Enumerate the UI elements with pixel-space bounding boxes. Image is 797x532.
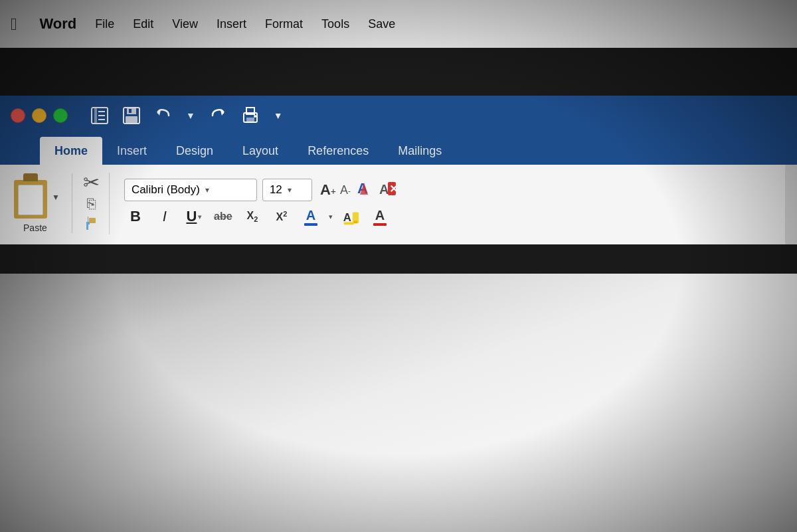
quick-access-dropdown-icon[interactable]: ▼: [271, 108, 286, 124]
apple-logo-icon[interactable]: : [11, 14, 17, 35]
toolbar-container: ▼ ▼: [0, 96, 797, 244]
increase-font-size-icon[interactable]: A+: [320, 181, 336, 199]
font-section: Calibri (Body) ▾ 12 ▾ A+ A-: [124, 179, 786, 228]
font-family-dropdown-arrow: ▾: [205, 185, 209, 195]
redo-icon[interactable]: [206, 104, 230, 128]
minimize-button[interactable]: [32, 108, 46, 123]
format-painter-icon[interactable]: [83, 215, 99, 234]
menu-item-view[interactable]: View: [163, 15, 207, 34]
paste-label: Paste: [23, 222, 47, 233]
scissors-icon[interactable]: ✂: [83, 173, 100, 193]
window-controls-row: ▼ ▼: [0, 96, 797, 135]
menu-item-edit[interactable]: Edit: [124, 15, 163, 34]
font-size-dropdown-arrow: ▾: [288, 185, 292, 195]
tab-home[interactable]: Home: [40, 137, 102, 165]
svg-rect-15: [89, 218, 96, 223]
decrease-font-size-icon[interactable]: A-: [340, 183, 351, 197]
notebook-icon[interactable]: [88, 104, 112, 128]
undo-dropdown-icon[interactable]: ▼: [183, 108, 198, 124]
menu-item-insert[interactable]: Insert: [207, 15, 256, 34]
bold-button[interactable]: B: [124, 205, 147, 228]
superscript-button[interactable]: X2: [270, 205, 293, 228]
ribbon-scrollbar[interactable]: [785, 165, 797, 244]
underline-dropdown-arrow[interactable]: ▾: [198, 213, 201, 221]
italic-button[interactable]: I: [153, 205, 176, 228]
text-color-a-icon: A: [375, 208, 385, 223]
copy-icon[interactable]: ⎘: [87, 195, 96, 213]
menu-item-save[interactable]: Save: [359, 15, 404, 34]
text-color-bar: [373, 223, 387, 226]
print-icon[interactable]: [238, 104, 263, 128]
ribbon-content: ▼ Paste ✂ ⎘: [0, 165, 797, 244]
maximize-button[interactable]: [53, 108, 68, 123]
tab-insert[interactable]: Insert: [102, 137, 161, 165]
font-family-selector[interactable]: Calibri (Body) ▾: [124, 179, 257, 201]
font-family-value: Calibri (Body): [132, 183, 200, 197]
menu-item-word[interactable]: Word: [31, 13, 86, 35]
undo-icon[interactable]: [151, 104, 175, 128]
font-theme-color-icon[interactable]: A: [355, 179, 373, 201]
svg-rect-7: [126, 116, 137, 123]
underline-button[interactable]: U ▾: [183, 205, 205, 228]
font-size-value: 12: [270, 183, 282, 197]
quick-access-toolbar: ▼ ▼: [88, 104, 286, 128]
close-button[interactable]: [11, 108, 25, 123]
svg-text:✕: ✕: [389, 183, 396, 195]
menu-bar:  Word File Edit View Insert Format Tool…: [0, 0, 797, 48]
menu-item-tools[interactable]: Tools: [312, 15, 359, 34]
paste-dropdown-arrow[interactable]: ▼: [52, 193, 60, 202]
font-size-selector[interactable]: 12 ▾: [262, 179, 312, 201]
menu-item-file[interactable]: File: [86, 15, 124, 34]
tab-layout[interactable]: Layout: [228, 137, 293, 165]
tab-design[interactable]: Design: [161, 137, 228, 165]
save-icon[interactable]: [120, 104, 143, 128]
tab-mailings[interactable]: Mailings: [383, 137, 456, 165]
highlight-icon: A: [341, 207, 360, 226]
font-color-button[interactable]: A: [300, 206, 322, 228]
clipboard-icon: [11, 173, 50, 219]
svg-rect-23: [354, 221, 358, 224]
svg-text:A: A: [343, 211, 351, 224]
clear-format-icon[interactable]: A ✕: [377, 179, 396, 201]
text-size-controls: A+ A- A A: [320, 179, 396, 201]
font-color-bar: [304, 223, 317, 226]
clipboard-tools-group: ✂ ⎘: [83, 173, 110, 234]
tab-references[interactable]: References: [293, 137, 383, 165]
font-color-a-icon: A: [306, 208, 315, 223]
font-row1: Calibri (Body) ▾ 12 ▾ A+ A-: [124, 179, 786, 201]
svg-point-14: [254, 115, 256, 118]
svg-rect-8: [129, 109, 132, 113]
svg-rect-21: [344, 222, 354, 224]
ribbon-tabs: Home Insert Design Layout References Mai…: [0, 135, 797, 165]
app-window: ▼ ▼: [0, 48, 797, 532]
document-canvas[interactable]: [0, 274, 797, 532]
paste-section: ▼ Paste: [11, 173, 72, 233]
font-row2: B I U ▾ abe: [124, 205, 786, 228]
font-color-dropdown-arrow[interactable]: ▾: [329, 213, 333, 221]
highlight-button[interactable]: A: [339, 205, 362, 228]
svg-rect-1: [94, 108, 97, 124]
subscript-button[interactable]: X2: [241, 205, 264, 228]
svg-rect-13: [246, 118, 254, 122]
menu-item-format[interactable]: Format: [256, 15, 312, 34]
text-color-button[interactable]: A: [369, 206, 391, 228]
svg-text:A: A: [379, 182, 389, 197]
strikethrough-button[interactable]: abe: [212, 205, 234, 228]
paste-button[interactable]: ▼: [11, 173, 60, 221]
